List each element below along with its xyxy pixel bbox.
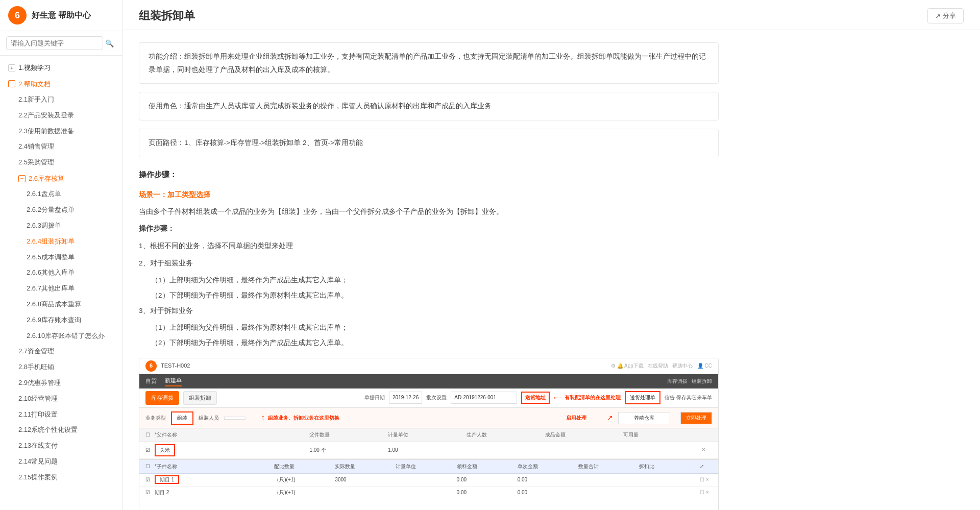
sim-nav-purchase[interactable]: 新建单: [165, 376, 182, 387]
sidebar-item-2-6-2[interactable]: 2.6.2分量盘点单: [0, 202, 122, 218]
sidebar-item-2-6-9[interactable]: 2.6.9库存账本查询: [0, 312, 122, 328]
nav-tree: + 1.视频学习 − 2.帮助文档 2.1新手入门 2.2产品安装及登录 2.3…: [0, 56, 122, 510]
col-check: ☐: [145, 430, 153, 440]
sim-tab-active[interactable]: 库存调拨: [145, 391, 179, 405]
sim-type-input[interactable]: 组装: [171, 411, 193, 425]
sidebar-item-2-2[interactable]: 2.2产品安装及登录: [0, 108, 122, 124]
sim-extra: 信告 保存其它来车单: [665, 393, 712, 402]
sim-annotation1-label: 有装配清单的在这里处理: [565, 393, 621, 402]
sidebar-item-docs[interactable]: − 2.帮助文档: [0, 76, 122, 92]
sidebar-header: 6 好生意 帮助中心: [0, 0, 122, 31]
sidebar-item-2-4[interactable]: 2.4销售管理: [0, 139, 122, 155]
sidebar: 6 好生意 帮助中心 🔍 + 1.视频学习 − 2.帮助文档 2.1新手入门 2…: [0, 0, 122, 510]
sidebar-item-2-10[interactable]: 2.10经营管理: [0, 391, 122, 407]
sim-upper-header: ☐ *父件名称 父件数量 计量单位 生产人数 成品金额 可用量: [139, 428, 718, 442]
collapse-icon-2-6: −: [18, 175, 26, 182]
sim-lower-header: ☐ *子件名称 配比数量 实际数量 计量单位 领料金额 单次金额 数量合计 拆扣…: [139, 460, 718, 474]
sim-lower-row-2: ☑ 期目 2 （只)(+1) 0.00 0.00 ☐ ×: [139, 487, 718, 499]
sidebar-item-2-5[interactable]: 2.5采购管理: [0, 155, 122, 171]
row3-mat-amt: 0.00: [457, 488, 516, 497]
row3-ops[interactable]: ☐ ×: [700, 488, 712, 497]
sim-annotation-area1: 送货地址 ⟵ 有装配清单的在这里处理: [521, 392, 621, 404]
col-unit2: 计量单位: [396, 462, 454, 471]
sidebar-item-2-9[interactable]: 2.9优惠券管理: [0, 375, 122, 391]
step2-2: （2）下部明细为子件明细，最终作为原材料生成其它出库单。: [139, 289, 719, 302]
sim-row2-name-highlight: 期目 1: [155, 475, 179, 484]
sim-navbar: 自贸 新建单 库存调拨 组装拆卸: [139, 374, 718, 388]
scene1-desc: 当由多个子件材料组装成一个成品的业务为【组装】业务，当由一个父件拆分成多个子产品…: [139, 205, 719, 218]
sim-store-input[interactable]: 养殖仓库: [618, 412, 670, 424]
sim-upper-table: ☐ *父件名称 父件数量 计量单位 生产人数 成品金额 可用量 ☑ 关米: [139, 428, 718, 459]
collapse-icon: −: [8, 80, 15, 87]
sim-staff-input[interactable]: [224, 417, 246, 420]
sidebar-item-2-6-10[interactable]: 2.6.10库存账本错了怎么办: [0, 328, 122, 344]
col-ratio: 配比数量: [274, 462, 333, 471]
sim-confirm-btn[interactable]: 立即处理: [680, 412, 712, 424]
col-child-name: *子件名称: [155, 462, 272, 471]
sim-annotation3-text: 启用处理: [566, 414, 586, 423]
sim-sub-info: 组装人员: [199, 414, 219, 423]
sidebar-item-video[interactable]: + 1.视频学习: [0, 60, 122, 76]
scene1-title: 场景一：加工类型选择: [139, 188, 719, 201]
col-available: 可用量: [623, 430, 700, 440]
sim-arrow1: ⟵: [554, 393, 562, 404]
main-content: 组装拆卸单 ↗ 分享 功能介绍：组装拆卸单用来处理企业组装或拆卸等加工业务，支持…: [122, 0, 980, 510]
sidebar-item-2-6-3[interactable]: 2.6.3调拨单: [0, 218, 122, 234]
article-body: 功能介绍：组装拆卸单用来处理企业组装或拆卸等加工业务，支持有固定装配清单的产品加…: [122, 30, 735, 510]
sidebar-item-2-6-8[interactable]: 2.6.8商品成本重算: [0, 297, 122, 312]
col-actual: 实际数量: [335, 462, 394, 471]
sim-tab-row: 库存调拨 组装拆卸 单据日期 2019-12-26 批次设置 AD-201912…: [139, 388, 718, 408]
step3-2: （2）下部明细为子件明细，最终作为产成品生成其它入库单。: [139, 336, 719, 350]
sidebar-item-2-7[interactable]: 2.7资金管理: [0, 344, 122, 359]
step3: 3、对于拆卸业务: [139, 304, 719, 318]
row2-ops[interactable]: ☐ ×: [700, 475, 712, 484]
sidebar-item-2-6-6[interactable]: 2.6.6其他入库单: [0, 265, 122, 281]
app-logo: 6: [8, 6, 27, 25]
sim-arrow2: ↑: [261, 410, 265, 425]
sim-app-logo: 6: [145, 360, 157, 372]
sidebar-item-2-6[interactable]: − 2.6库存核算: [0, 171, 122, 187]
sim-annotation2-area: ↑ 组装业务、拆卸业务在这里切换: [261, 410, 339, 425]
sidebar-item-2-6-4[interactable]: 2.6.4组装拆卸单: [0, 234, 122, 250]
row-parent-name: 关米: [155, 444, 307, 456]
row-del[interactable]: ×: [702, 445, 712, 456]
search-input[interactable]: [6, 36, 103, 50]
sim-order-label: 批次设置: [426, 393, 447, 402]
sidebar-item-2-6-5[interactable]: 2.6.5成本调整单: [0, 250, 122, 265]
sidebar-item-2-8[interactable]: 2.8手机旺铺: [0, 359, 122, 375]
sidebar-item-2-6-7[interactable]: 2.6.7其他出库单: [0, 281, 122, 297]
col-qty-total: 数量合计: [578, 462, 637, 471]
sidebar-item-2-3[interactable]: 2.3使用前数据准备: [0, 124, 122, 139]
sidebar-item-2-1[interactable]: 2.1新手入门: [0, 92, 122, 108]
share-icon: ↗: [935, 12, 941, 20]
row3-child-name: 期目 2: [155, 488, 272, 497]
sidebar-item-2-14[interactable]: 2.14常见问题: [0, 454, 122, 470]
col-workers: 生产人数: [467, 430, 543, 440]
sim-tab-assemble[interactable]: 组装拆卸: [183, 391, 217, 405]
share-button[interactable]: ↗ 分享: [927, 8, 964, 23]
sidebar-item-2-12[interactable]: 2.12系统个性化设置: [0, 422, 122, 438]
row3-single-amt: 0.00: [518, 488, 576, 497]
col-discount: 拆扣比: [639, 462, 698, 471]
row2-child-name: 期目 1: [155, 475, 272, 484]
sim-upper-row-1: ☑ 关米 1.00 个 1.00 ×: [139, 442, 718, 459]
sidebar-item-2-6-1[interactable]: 2.6.1盘点单: [0, 186, 122, 202]
sim-topbar: 6 TEST-H002 ⚙ 🔔 App下载 在线帮助 帮助中心 👤 CC: [139, 358, 718, 374]
sidebar-item-2-13[interactable]: 2.13在线支付: [0, 438, 122, 454]
intro-block-2: 使用角色：通常由生产人员或库管人员完成拆装业务的操作，库管人员确认原材料的出库和…: [139, 92, 719, 120]
expand-icon: +: [8, 64, 15, 71]
search-button[interactable]: 🔍: [103, 38, 116, 48]
sim-date-label: 单据日期: [364, 393, 385, 402]
sim-date-value: 2019-12-26: [389, 392, 422, 404]
sim-app: 6 TEST-H002 ⚙ 🔔 App下载 在线帮助 帮助中心 👤 CC 自贸 …: [139, 358, 718, 510]
sim-icons: ⚙ 🔔 App下载 在线帮助 帮助中心 👤 CC: [611, 361, 712, 371]
step2-1: （1）上部明细为父件明细，最终作为产成品生成其它入库单；: [139, 274, 719, 287]
sidebar-item-2-11[interactable]: 2.11打印设置: [0, 407, 122, 423]
sim-nav-home[interactable]: 自贸: [145, 376, 157, 386]
sidebar-item-2-15[interactable]: 2.15操作案例: [0, 470, 122, 485]
sim-process-btn[interactable]: 送货处理单: [625, 391, 660, 404]
search-box: 🔍: [0, 31, 122, 56]
sim-lower-row-1: ☑ 期目 1 （只)(+1) 3000 0.00 0.00 ☐ ×: [139, 474, 718, 487]
screenshot-container: 6 TEST-H002 ⚙ 🔔 App下载 在线帮助 帮助中心 👤 CC 自贸 …: [139, 358, 719, 510]
col-parent-qty: 父件数量: [309, 430, 386, 440]
